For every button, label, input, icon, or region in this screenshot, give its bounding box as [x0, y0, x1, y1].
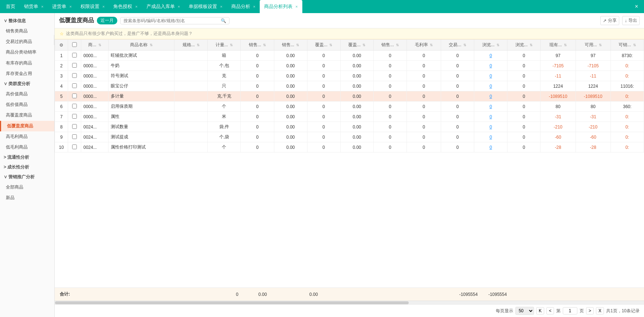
row-checkbox[interactable] — [72, 104, 77, 108]
nav-product-storage[interactable]: 产成品入库单 × — [142, 0, 184, 13]
sidebar-section-overall[interactable]: ∨ 整体信息 — [0, 16, 54, 26]
sidebar-item-new-products[interactable]: 新品 — [0, 193, 54, 203]
col-cover2[interactable]: 覆盖... ⇅ — [340, 40, 373, 51]
last-page-button[interactable]: X — [596, 307, 604, 314]
nav-home[interactable]: 首页 — [1, 0, 20, 13]
col-available[interactable]: 可用... ⇅ — [576, 40, 610, 51]
col-unit[interactable]: 计量... ⇅ — [208, 40, 241, 51]
col-code[interactable]: 商... ⇅ — [81, 40, 109, 51]
close-purchase-order-icon[interactable]: × — [69, 0, 71, 13]
sidebar-item-low-value[interactable]: 低价值商品 — [0, 99, 54, 110]
next-page-button[interactable]: > — [586, 307, 594, 314]
nav-purchase-order[interactable]: 进货单 × — [48, 0, 76, 13]
close-role-auth-icon[interactable]: × — [135, 0, 137, 13]
cell-check[interactable] — [68, 102, 81, 112]
cell-check[interactable] — [68, 61, 81, 71]
col-name[interactable]: 商品名称 ⇅ — [109, 40, 174, 51]
col-sales-amt[interactable]: 销售... ⇅ — [274, 40, 307, 51]
nav-product-analysis-list[interactable]: 商品分析列表 × — [260, 0, 302, 13]
close-product-analysis-icon[interactable]: × — [253, 0, 255, 13]
row-checkbox[interactable] — [72, 53, 77, 58]
row-checkbox[interactable] — [72, 73, 77, 78]
cell-check[interactable] — [68, 122, 81, 132]
row-checkbox[interactable] — [72, 94, 77, 98]
page-size-select[interactable]: 20 50 100 — [515, 307, 534, 315]
row-checkbox[interactable] — [72, 144, 77, 149]
row-checkbox[interactable] — [72, 83, 77, 88]
col-spec[interactable]: 规格... ⇅ — [174, 40, 208, 51]
col-checkbox[interactable] — [68, 40, 81, 51]
search-icon[interactable]: 🔍 — [221, 18, 226, 23]
cell-browse1[interactable]: 0 — [474, 81, 507, 91]
sidebar-item-all-products[interactable]: 全部商品 — [0, 182, 54, 193]
cell-browse1[interactable]: 0 — [474, 51, 507, 61]
prev-page-button[interactable]: < — [546, 307, 554, 314]
cell-unit: 只 — [208, 81, 241, 91]
cell-browse1[interactable]: 0 — [474, 91, 507, 102]
col-saleable[interactable]: 可销... ⇅ — [610, 40, 644, 51]
cell-check[interactable] — [68, 81, 81, 91]
col-browse2[interactable]: 浏览... ⇅ — [507, 40, 541, 51]
page-input[interactable] — [563, 307, 577, 314]
sidebar-section-cluster[interactable]: ∨ 类群度分析 — [0, 79, 54, 89]
nav-template-settings[interactable]: 单据模板设置 × — [184, 0, 227, 13]
select-all-checkbox[interactable] — [72, 42, 77, 47]
col-gross[interactable]: 毛利率 ⇅ — [407, 40, 441, 51]
sidebar-section-marketing[interactable]: ∨ 营销推广分析 — [0, 172, 54, 182]
cell-browse1[interactable]: 0 — [474, 112, 507, 122]
export-button[interactable]: ↓ 导出 — [622, 16, 640, 25]
col-cover1[interactable]: 覆盖... ⇅ — [307, 40, 340, 51]
cell-check[interactable] — [68, 71, 81, 81]
col-browse1[interactable]: 浏览... ⇅ — [474, 40, 507, 51]
cell-check[interactable] — [68, 91, 81, 102]
sidebar-item-high-coverage[interactable]: 高覆盖度商品 — [0, 110, 54, 120]
cell-browse1[interactable]: 0 — [474, 132, 507, 142]
col-settings[interactable]: ⚙ — [55, 40, 68, 51]
window-close-button[interactable]: × — [631, 3, 643, 10]
row-checkbox[interactable] — [72, 134, 77, 139]
close-analysis-list-icon[interactable]: × — [295, 0, 298, 13]
product-table-container[interactable]: ⚙ 商... ⇅ 商品名称 ⇅ 规格... ⇅ 计量... ⇅ 销售... ⇅ … — [55, 39, 644, 288]
close-template-icon[interactable]: × — [220, 0, 222, 13]
cell-browse1[interactable]: 0 — [474, 71, 507, 81]
nav-role-auth[interactable]: 角色授权 × — [109, 0, 142, 13]
row-checkbox[interactable] — [72, 124, 77, 129]
sidebar-item-traded-products[interactable]: 交易过的商品 — [0, 36, 54, 47]
cell-check[interactable] — [68, 132, 81, 142]
sidebar-item-category-rate[interactable]: 商品分类动销率 — [0, 47, 54, 58]
time-filter-button[interactable]: 近一月 — [97, 17, 117, 24]
col-current[interactable]: 现有... ⇅ — [541, 40, 576, 51]
cell-browse1[interactable]: 0 — [474, 122, 507, 132]
sidebar-item-stocked-products[interactable]: 有库存的商品 — [0, 58, 54, 68]
nav-product-analysis[interactable]: 商品分析 × — [227, 0, 260, 13]
col-trade[interactable]: 交易... ⇅ — [441, 40, 474, 51]
cell-check[interactable] — [68, 51, 81, 61]
sidebar-section-growth[interactable]: > 成长性分析 — [0, 162, 54, 172]
horizontal-scrollbar[interactable] — [55, 301, 644, 304]
row-checkbox[interactable] — [72, 114, 77, 119]
cell-check[interactable] — [68, 142, 81, 152]
cell-browse1[interactable]: 0 — [474, 142, 507, 152]
cell-check[interactable] — [68, 112, 81, 122]
sidebar-item-sales-products[interactable]: 销售类商品 — [0, 26, 54, 36]
nav-permission-settings[interactable]: 权限设置 × — [76, 0, 109, 13]
sidebar-item-low-coverage[interactable]: 低覆盖度商品 — [0, 121, 54, 131]
close-permission-icon[interactable]: × — [102, 0, 105, 13]
share-button[interactable]: ↗ 分享 — [600, 16, 619, 25]
cell-spec — [174, 91, 208, 102]
col-sales2[interactable]: 销售... ⇅ — [373, 40, 407, 51]
cell-browse1[interactable]: 0 — [474, 61, 507, 71]
sidebar-item-high-margin[interactable]: 高毛利商品 — [0, 131, 54, 142]
sidebar-item-stock-capital[interactable]: 库存资金占用 — [0, 68, 54, 79]
nav-sales-order[interactable]: 销货单 × — [20, 0, 48, 13]
sidebar-section-liquidity[interactable]: > 流通性分析 — [0, 152, 54, 162]
first-page-button[interactable]: K — [536, 307, 544, 314]
close-product-storage-icon[interactable]: × — [178, 0, 180, 13]
sidebar-item-high-value[interactable]: 高价值商品 — [0, 89, 54, 99]
col-sales-qty[interactable]: 销售... ⇅ — [241, 40, 274, 51]
close-sales-order-icon[interactable]: × — [41, 0, 43, 13]
sidebar-item-low-margin[interactable]: 低毛利商品 — [0, 142, 54, 152]
cell-browse1[interactable]: 0 — [474, 102, 507, 112]
search-input[interactable] — [123, 18, 219, 23]
row-checkbox[interactable] — [72, 63, 77, 68]
